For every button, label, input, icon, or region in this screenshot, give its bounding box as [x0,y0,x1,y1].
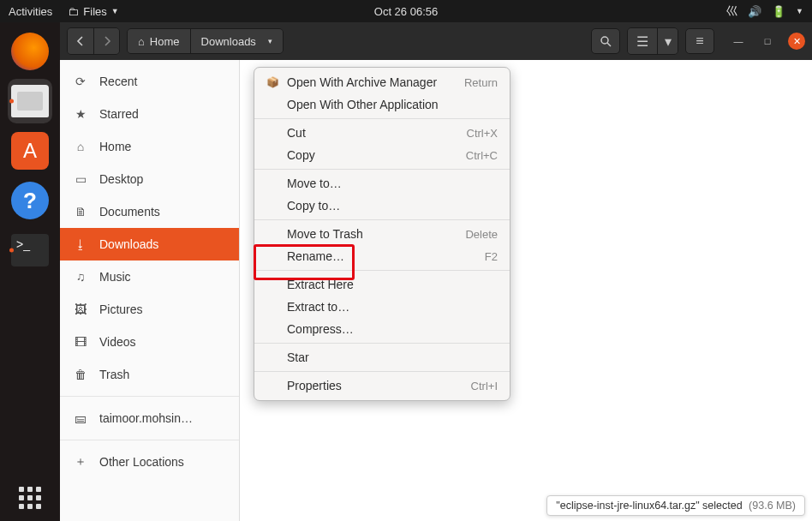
sidebar-item-taimoor-mohsin-[interactable]: 🖴taimoor.mohsin… [60,402,239,434]
home-icon: ⌂ [138,35,145,48]
sidebar-icon: ⟳ [74,75,87,88]
sidebar-icon: ⌂ [74,140,87,153]
sidebar-icon: 🖼 [74,302,87,316]
ctx-open-with-archive-manager[interactable]: 📦Open With Archive ManagerReturn [254,71,510,93]
dock-terminal[interactable]: >_ [8,228,52,272]
svg-point-0 [601,37,608,44]
sidebar-item-home[interactable]: ⌂Home [60,130,239,163]
sidebar: ⟳Recent★Starred⌂Home▭Desktop🗎Documents⭳D… [60,60,240,521]
sidebar-item-music[interactable]: ♫Music [60,260,239,293]
sidebar-icon: ♫ [74,270,87,284]
gnome-topbar: Activities 🗀 Files ▼ Oct 26 06:56 ⼮ 🔊 🔋 … [0,0,812,22]
sidebar-item-desktop[interactable]: ▭Desktop [60,163,239,195]
volume-icon[interactable]: 🔊 [748,5,761,18]
app-menu-files[interactable]: 🗀 Files ▼ [68,5,118,18]
ctx-compress-[interactable]: Compress… [254,318,510,340]
sidebar-label: Home [99,140,131,153]
view-dropdown-button[interactable]: ▾ [657,28,678,54]
sidebar-label: Downloads [99,237,158,251]
sidebar-item-trash[interactable]: 🗑Trash [60,358,239,391]
sidebar-label: Documents [99,205,160,219]
sidebar-icon: 🖴 [74,411,87,425]
sidebar-label: Recent [99,75,137,88]
path-downloads[interactable]: Downloads ▾ [190,29,283,53]
window-minimize-button[interactable]: — [730,33,747,50]
svg-line-1 [607,43,611,46]
sidebar-icon: 🎞 [74,335,87,349]
sidebar-label: Videos [99,335,136,349]
path-home[interactable]: ⌂ Home [128,29,190,53]
sidebar-item-starred[interactable]: ★Starred [60,98,239,130]
nav-back-button[interactable] [68,28,93,54]
sidebar-item-documents[interactable]: 🗎Documents [60,195,239,228]
ctx-move-to-[interactable]: Move to… [254,172,510,195]
status-bar: "eclipse-inst-jre-linux64.tar.gz" select… [546,495,805,516]
path-bar: ⌂ Home Downloads ▾ [127,28,284,54]
search-button[interactable] [591,28,620,54]
dock: A ? >_ [0,22,60,521]
window-maximize-button[interactable]: □ [759,33,776,50]
ctx-extract-to-[interactable]: Extract to… [254,296,510,318]
view-list-button[interactable]: ☰ [628,28,657,54]
sidebar-label: Trash [99,368,129,381]
window-close-button[interactable]: ✕ [788,33,805,50]
sidebar-item-recent[interactable]: ⟳Recent [60,65,239,98]
sidebar-label: Pictures [99,302,143,316]
chevron-down-icon: ▼ [796,7,803,15]
dock-files[interactable] [8,79,52,123]
dock-show-apps[interactable] [19,487,41,509]
dock-software[interactable]: A [8,129,52,173]
ctx-extract-here[interactable]: Extract Here [254,273,510,296]
context-menu: 📦Open With Archive ManagerReturnOpen Wit… [254,67,510,401]
network-icon[interactable]: ⼮ [726,3,737,19]
ctx-rename-[interactable]: Rename…F2 [254,245,510,267]
sidebar-item-pictures[interactable]: 🖼Pictures [60,293,239,326]
sidebar-label: Other Locations [99,455,184,469]
sidebar-icon: ★ [74,107,87,121]
chevron-down-icon: ▾ [268,37,272,45]
ctx-cut[interactable]: CutCtrl+X [254,122,510,144]
sidebar-label: Starred [99,107,139,121]
sidebar-item-downloads[interactable]: ⭳Downloads [60,228,239,260]
folder-icon: 🗀 [68,5,79,18]
sidebar-label: Music [99,270,131,284]
sidebar-icon: ⭳ [74,237,87,251]
sidebar-item-videos[interactable]: 🎞Videos [60,326,239,358]
sidebar-icon: ＋ [74,454,87,470]
window-titlebar: ⌂ Home Downloads ▾ ☰ ▾ ≡ — □ ✕ [60,22,812,60]
ctx-copy[interactable]: CopyCtrl+C [254,144,510,166]
archive-icon: 📦 [266,76,282,88]
ctx-open-with-other-application[interactable]: Open With Other Application [254,93,510,116]
chevron-down-icon: ▼ [111,7,119,15]
sidebar-label: Desktop [99,172,143,186]
sidebar-icon: 🗑 [74,368,87,381]
sidebar-label: taimoor.mohsin… [99,411,193,425]
battery-icon[interactable]: 🔋 [772,5,785,18]
ctx-copy-to-[interactable]: Copy to… [254,195,510,217]
sidebar-icon: ▭ [74,172,87,186]
hamburger-menu-button[interactable]: ≡ [685,28,714,54]
sidebar-item-other-locations[interactable]: ＋Other Locations [60,446,239,478]
clock[interactable]: Oct 26 06:56 [374,5,438,18]
nav-forward-button[interactable] [93,28,119,54]
dock-firefox[interactable] [8,29,52,74]
ctx-star[interactable]: Star [254,346,510,368]
activities-button[interactable]: Activities [9,5,52,18]
sidebar-icon: 🗎 [74,205,87,219]
dock-help[interactable]: ? [8,178,52,223]
ctx-properties[interactable]: PropertiesCtrl+I [254,374,510,397]
ctx-move-to-trash[interactable]: Move to TrashDelete [254,223,510,245]
